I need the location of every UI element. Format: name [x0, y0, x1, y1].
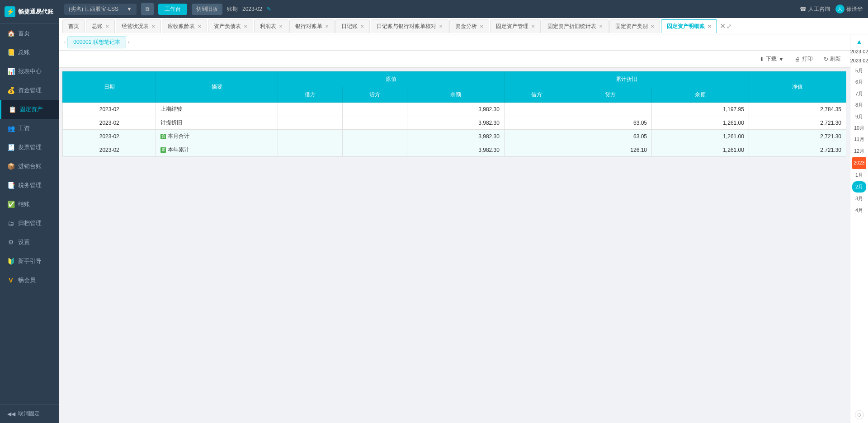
tab-profit-loss[interactable]: 利润表 ✕ — [254, 19, 288, 33]
tab-home[interactable]: 首页 — [62, 19, 85, 33]
tab-fund-analysis-close[interactable]: ✕ — [480, 24, 483, 29]
right-panel-month-9[interactable]: 9月 — [850, 111, 868, 122]
workbench-button[interactable]: 工作台 — [158, 4, 187, 15]
sub-tabs-next-arrow[interactable]: › — [128, 40, 129, 45]
ledger-icon: 📒 — [7, 49, 14, 56]
tab-journal[interactable]: 日记账 ✕ — [335, 19, 370, 33]
tab-fund-analysis[interactable]: 资金分析 ✕ — [449, 19, 489, 33]
download-dropdown-icon: ▼ — [778, 56, 784, 62]
right-panel-month-5[interactable]: 5月 — [850, 65, 868, 76]
tab-journal-close[interactable]: ✕ — [360, 24, 364, 29]
right-panel-month-7[interactable]: 7月 — [850, 88, 868, 99]
cell-dep-balance-1: 1,197.95 — [651, 103, 749, 116]
tab-ar-aging[interactable]: 应收账龄表 ✕ — [162, 19, 207, 33]
right-panel-month-8[interactable]: 8月 — [850, 99, 868, 111]
sidebar-unpin-button[interactable]: ◀◀ 取消固定 — [0, 404, 59, 423]
tab-balance-sheet-close[interactable]: ✕ — [244, 24, 247, 29]
tab-journal-bank-reconcile-close[interactable]: ✕ — [439, 24, 443, 29]
switch-version-button[interactable]: 切到旧版 — [192, 4, 222, 15]
sidebar-item-vip[interactable]: V 畅会员 — [0, 271, 59, 290]
right-panel-month-3[interactable]: 3月 — [850, 193, 868, 204]
vip-icon: V — [7, 277, 14, 284]
tab-business-status-close[interactable]: ✕ — [151, 24, 155, 29]
cell-date-1: 2023-02 — [63, 103, 156, 116]
sidebar-item-fixed-assets[interactable]: 📋 固定资产 — [0, 100, 59, 119]
tab-ar-aging-close[interactable]: ✕ — [198, 24, 201, 29]
copy-button[interactable]: ⧉ — [141, 3, 154, 15]
sidebar-item-guide-label: 新手引导 — [18, 257, 42, 265]
tab-fixed-assets-detail-label: 固定资产明细账 — [667, 23, 705, 30]
sidebar-item-tax-mgmt[interactable]: 📑 税务管理 — [0, 176, 59, 195]
sub-tab-asset-001[interactable]: 000001 联想笔记本 — [67, 36, 126, 48]
right-panel-close[interactable]: ○ — [855, 410, 864, 419]
right-panel-month-12[interactable]: 12月 — [850, 146, 868, 157]
print-button[interactable]: 🖨 打印 — [791, 53, 816, 65]
tab-bank-statement-close[interactable]: ✕ — [325, 24, 329, 29]
tab-dep-stats[interactable]: 固定资产折旧统计表 ✕ — [542, 19, 609, 33]
right-panel-year-top-2[interactable]: 2023.02 — [850, 56, 868, 65]
company-selector[interactable]: (劣名) 江西股宝-LSS ▼ — [64, 4, 137, 15]
tab-general-ledger-close[interactable]: ✕ — [105, 24, 109, 29]
sidebar-item-home[interactable]: 🏠 首页 — [0, 24, 59, 43]
cell-net-value-4: 2,721.30 — [749, 143, 846, 157]
sidebar-item-general-ledger[interactable]: 📒 总账 — [0, 43, 59, 62]
right-panel-year-top-1[interactable]: 2023.02 — [850, 47, 868, 56]
cell-net-value-1: 2,784.35 — [749, 103, 846, 116]
sidebar-item-beginner-guide[interactable]: 🔰 新手引导 — [0, 252, 59, 271]
sub-tab-asset-001-label: 000001 联想笔记本 — [73, 38, 120, 46]
cell-dep-debit-1 — [504, 103, 569, 116]
service-label: 人工咨询 — [808, 5, 830, 13]
table-row: 2023-02 计提折旧 3,982.30 63.05 1,261.00 2,7… — [63, 116, 846, 130]
tabs-expand-icon[interactable]: ⤢ — [726, 23, 732, 30]
download-button[interactable]: ⬇ 下载 ▼ — [756, 53, 788, 65]
fixed-assets-detail-table: 日期 摘要 原值 累计折旧 净值 借方 贷方 余额 借方 贷方 余额 — [62, 71, 846, 157]
tab-profit-loss-close[interactable]: ✕ — [279, 24, 283, 29]
tab-business-status[interactable]: 经营状况表 ✕ — [116, 19, 161, 33]
sidebar-item-report-center[interactable]: 📊 报表中心 — [0, 62, 59, 81]
user-menu[interactable]: 人 徐泽华 — [835, 5, 863, 14]
tab-journal-bank-reconcile[interactable]: 日记账与银行对账单核对 ✕ — [371, 19, 448, 33]
tab-fixed-assets-detail[interactable]: 固定资产明细账 ✕ — [661, 19, 717, 33]
right-panel-month-10[interactable]: 10月 — [850, 122, 868, 134]
table-row-subtotal-yearly: 2023-02 累 本年累计 3,982.30 126 — [63, 143, 846, 157]
tabs-close-all[interactable]: ✕ — [720, 22, 726, 30]
cell-dep-balance-4: 1,261.00 — [651, 143, 749, 157]
cell-date-3: 2023-02 — [63, 130, 156, 143]
right-panel-month-11[interactable]: 11月 — [850, 134, 868, 145]
tab-home-label: 首页 — [68, 23, 79, 30]
refresh-label: 刷新 — [830, 55, 841, 63]
period-edit-icon[interactable]: ✎ — [267, 6, 271, 12]
unpin-label: 取消固定 — [18, 410, 40, 418]
unpin-icon: ◀◀ — [7, 411, 15, 417]
tab-general-ledger[interactable]: 总账 ✕ — [86, 19, 115, 33]
tab-fixed-assets-category[interactable]: 固定资产类别 ✕ — [609, 19, 660, 33]
logo-text: 畅捷通易代账 — [18, 8, 53, 16]
tab-fixed-assets-mgmt[interactable]: 固定资产管理 ✕ — [490, 19, 541, 33]
sidebar-item-archive-mgmt[interactable]: 🗂 归档管理 — [0, 214, 59, 233]
right-panel-scroll-up[interactable]: ▲ — [854, 36, 864, 47]
right-panel-month-2[interactable]: 2月 — [852, 181, 866, 193]
tab-dep-stats-close[interactable]: ✕ — [599, 24, 603, 29]
sidebar-item-sales-purchase[interactable]: 📦 进销台账 — [0, 157, 59, 176]
sub-tabs-prev-arrow[interactable]: ‹ — [64, 40, 66, 45]
sidebar-item-payroll[interactable]: 👥 工资 — [0, 119, 59, 138]
cell-dep-debit-4 — [504, 143, 569, 157]
tab-fixed-assets-category-close[interactable]: ✕ — [651, 24, 654, 29]
tab-fixed-assets-mgmt-close[interactable]: ✕ — [531, 24, 535, 29]
logo-icon: ⚡ — [5, 6, 15, 17]
right-panel-year-badge[interactable]: 2023 — [852, 157, 866, 169]
right-panel-month-4[interactable]: 4月 — [850, 205, 868, 216]
tab-balance-sheet[interactable]: 资产负债表 ✕ — [208, 19, 253, 33]
sidebar-item-settings[interactable]: ⚙ 设置 — [0, 233, 59, 252]
sidebar-item-fund-mgmt[interactable]: 💰 资金管理 — [0, 81, 59, 100]
tab-fixed-assets-detail-close[interactable]: ✕ — [708, 24, 711, 29]
right-panel-month-6[interactable]: 6月 — [850, 76, 868, 88]
sidebar-item-invoice-mgmt[interactable]: 🧾 发票管理 — [0, 138, 59, 157]
sidebar-item-payroll-label: 工资 — [18, 124, 30, 132]
right-panel-month-1[interactable]: 1月 — [850, 169, 868, 181]
refresh-button[interactable]: ↻ 刷新 — [820, 53, 844, 65]
service-button[interactable]: ☎ 人工咨询 — [800, 5, 830, 13]
sidebar-item-settlement[interactable]: ✅ 结账 — [0, 195, 59, 214]
tab-bank-statement[interactable]: 银行对账单 ✕ — [289, 19, 335, 33]
tax-icon: 📑 — [7, 182, 14, 189]
